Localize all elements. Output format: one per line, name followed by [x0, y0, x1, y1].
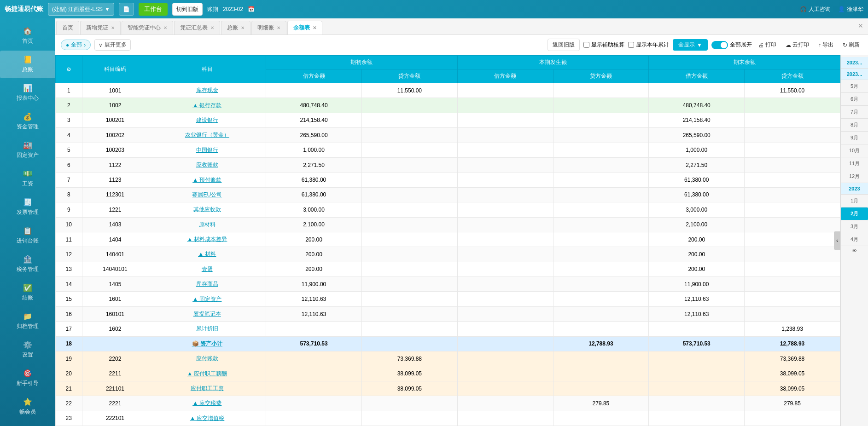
year-2023-prev[interactable]: 2023...	[841, 57, 868, 69]
row-name[interactable]: 📦 资产小计	[148, 336, 266, 351]
row-name[interactable]: ▲ 应付职工薪酬	[148, 366, 266, 381]
row-name[interactable]: ▲ 材料成本差异	[148, 232, 266, 247]
month-7[interactable]: 7月	[841, 106, 868, 119]
eb-debit: 61,380.00	[649, 173, 745, 187]
row-name[interactable]: 应付账款	[148, 351, 266, 366]
month-11[interactable]: 11月	[841, 157, 868, 170]
row-name[interactable]: 中国银行	[148, 143, 266, 157]
sidebar-item-salary[interactable]: 💵 工资	[0, 165, 55, 192]
tab-general-ledger[interactable]: 总账 ✕	[221, 21, 250, 35]
sidebar-item-member[interactable]: ⭐ 畅会员	[0, 393, 55, 420]
filter-tag[interactable]: ● 全部 ›	[61, 40, 91, 50]
month-6[interactable]: 6月	[841, 93, 868, 106]
row-name[interactable]: ▲ 固定资产	[148, 292, 266, 306]
show-ytd-checkbox[interactable]: 显示本年累计	[628, 41, 669, 49]
pb-credit	[361, 98, 457, 113]
month-8[interactable]: 8月	[841, 119, 868, 132]
close-icon[interactable]: ✕	[111, 25, 115, 30]
row-name[interactable]: 应付职工工资	[148, 381, 266, 396]
row-name[interactable]: ▲ 预付账款	[148, 173, 266, 187]
month-12[interactable]: 12月	[841, 170, 868, 183]
expand-button[interactable]: ∨ 展开更多	[94, 39, 131, 51]
sidebar-item-home[interactable]: 🏠 首页	[0, 22, 55, 50]
document-icon-btn[interactable]: 📄	[119, 3, 134, 16]
row-name[interactable]: 其他应收款	[148, 202, 266, 217]
settings-header[interactable]: ⚙	[56, 56, 82, 83]
month-2-active[interactable]: 2月	[841, 207, 868, 220]
sidebar-item-invoice[interactable]: 🧾 发票管理	[0, 193, 55, 221]
close-icon[interactable]: ✕	[313, 25, 316, 30]
sidebar-item-tax[interactable]: 🏦 税务管理	[0, 250, 55, 278]
row-name[interactable]: 农业银行（黄金）	[148, 128, 266, 143]
row-name[interactable]: 库存商品	[148, 277, 266, 292]
close-icon[interactable]: ✕	[210, 25, 214, 30]
row-code: 1405	[82, 277, 148, 292]
year-2023[interactable]: 2023...	[841, 69, 868, 80]
eb-credit	[745, 98, 840, 113]
print-button[interactable]: 🖨 打印	[756, 39, 779, 51]
month-9[interactable]: 9月	[841, 132, 868, 144]
full-mode-button[interactable]: 全显示 ▼	[673, 39, 708, 51]
tab-smart-voucher[interactable]: 智能凭证中心 ✕	[122, 21, 173, 35]
row-name[interactable]: 胶提笔记本	[148, 306, 266, 321]
row-name[interactable]: 应收账款	[148, 157, 266, 172]
sidebar-item-assets[interactable]: 🏭 固定资产	[0, 136, 55, 164]
row-name[interactable]: 赛属EU公司	[148, 187, 266, 202]
refresh-button[interactable]: ↻ 刷新	[840, 39, 862, 51]
sidebar-item-settlement[interactable]: ✅ 结账	[0, 279, 55, 306]
pb-credit: 38,099.05	[361, 381, 457, 396]
sidebar-item-purchase[interactable]: 📋 进销台账	[0, 222, 55, 249]
cloud-print-button[interactable]: ☁ 云打印	[783, 39, 812, 51]
workbench-button[interactable]: 工作台	[139, 3, 168, 16]
pb-credit-header: 贷方金额	[361, 69, 457, 83]
sidebar-item-ledger[interactable]: 📒 总账	[0, 51, 55, 78]
eb-credit	[745, 247, 840, 262]
toggle-track[interactable]	[711, 41, 728, 49]
unpin-button[interactable]: 📌 取消固定	[0, 421, 55, 426]
month-4[interactable]: 4月	[841, 233, 868, 246]
month-1[interactable]: 1月	[841, 195, 868, 207]
month-10[interactable]: 10月	[841, 144, 868, 157]
close-icon[interactable]: ✕	[277, 25, 280, 30]
return-old-version-button[interactable]: 返回旧版	[548, 39, 580, 51]
tab-home[interactable]: 首页	[56, 21, 79, 35]
row-name[interactable]: 建设银行	[148, 113, 266, 127]
row-name[interactable]: 库存现金	[148, 83, 266, 98]
sidebar-item-settings[interactable]: ⚙️ 设置	[0, 336, 55, 363]
table-row: 151601▲ 固定资产12,110.6312,110.63	[56, 292, 840, 306]
row-name[interactable]: ▲ 银行存款	[148, 98, 266, 113]
close-icon[interactable]: ✕	[163, 25, 167, 30]
row-name[interactable]: 原材料	[148, 217, 266, 232]
sidebar-item-newbie[interactable]: 🎯 新手引导	[0, 364, 55, 392]
tab-new-voucher[interactable]: 新增凭证 ✕	[80, 21, 121, 35]
sidebar-item-capital[interactable]: 💰 资金管理	[0, 108, 55, 135]
show-auxiliary-checkbox[interactable]: 显示辅助核算	[583, 41, 624, 49]
row-name[interactable]: ▲ 材料	[148, 247, 266, 262]
month-5[interactable]: 5月	[841, 80, 868, 93]
tab-voucher-summary[interactable]: 凭证汇总表 ✕	[174, 21, 220, 35]
switch-version-button[interactable]: 切到旧版	[172, 3, 203, 16]
export-button[interactable]: ↑ 导出	[816, 39, 836, 51]
sidebar-item-archive[interactable]: 📁 归档管理	[0, 307, 55, 335]
close-icon[interactable]: ✕	[241, 25, 245, 30]
close-all-tabs-button[interactable]: ✕	[858, 22, 863, 29]
row-name[interactable]: ▲ 应交增值税	[148, 411, 266, 426]
user-menu[interactable]: 👤 徐泽华	[838, 6, 863, 13]
eb-debit: 265,590.00	[649, 128, 745, 143]
panel-toggle-button[interactable]: ‹	[834, 231, 840, 250]
month-3[interactable]: 3月	[841, 220, 868, 233]
row-name[interactable]: ▲ 应交税费	[148, 396, 266, 411]
table-row: 12140401▲ 材料200.00200.00	[56, 247, 840, 262]
company-selector[interactable]: (处副) 江西股亜-LSS ▼	[48, 3, 114, 16]
tab-detail-ledger[interactable]: 明细账 ✕	[251, 21, 286, 35]
pb-credit	[361, 262, 457, 276]
consult-button[interactable]: 🎧 人工咨询	[800, 6, 831, 13]
sidebar-item-reports[interactable]: 📊 报表中心	[0, 79, 55, 107]
eb-credit: 38,099.05	[745, 381, 840, 396]
row-index: 6	[56, 157, 82, 172]
row-name[interactable]: 累计折旧	[148, 322, 266, 336]
row-name[interactable]: 壹蛋	[148, 262, 266, 276]
tab-balance-sheet[interactable]: 余额表 ✕	[287, 21, 322, 35]
pb-credit	[361, 187, 457, 202]
expand-all-toggle[interactable]: 全部展开	[711, 41, 752, 49]
